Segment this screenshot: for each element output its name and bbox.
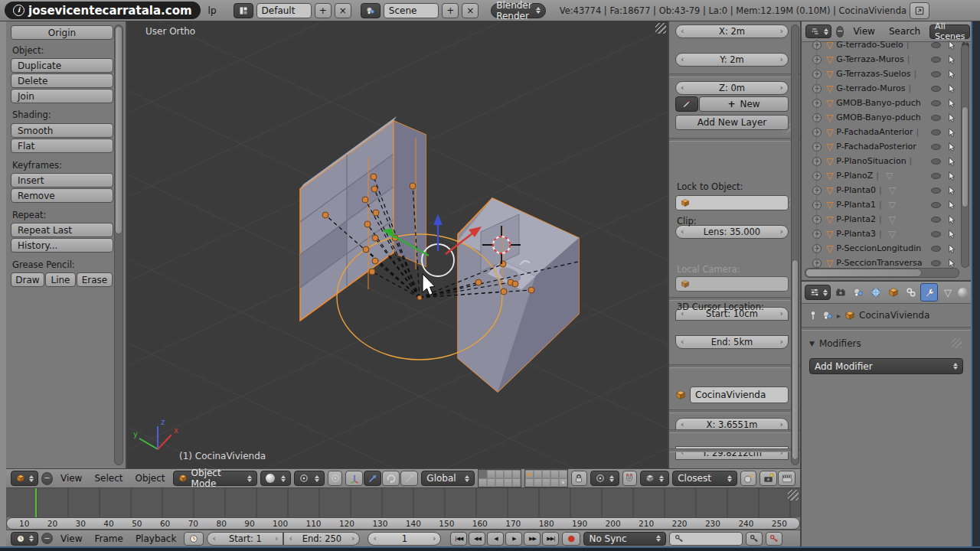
- snap-target-dropdown[interactable]: Closest: [672, 471, 737, 486]
- expand-icon[interactable]: +: [812, 157, 822, 166]
- menu-playback[interactable]: Playback: [131, 533, 181, 544]
- manipulator-translate-toggle[interactable]: [364, 471, 381, 486]
- tool-shelf-scrollbar-thumb[interactable]: [115, 26, 122, 234]
- screen-layout-icon-button[interactable]: [234, 3, 253, 18]
- editor-type-outliner-dropdown[interactable]: [805, 24, 831, 38]
- viewport-3d[interactable]: y z x User Ortho (1) CocinaVivienda: [127, 21, 668, 468]
- object-name[interactable]: P-PlanoZ: [836, 171, 873, 181]
- layer-cell[interactable]: [495, 478, 504, 487]
- flat-button[interactable]: Flat: [11, 139, 113, 153]
- manipulate-center-points-toggle[interactable]: [328, 471, 342, 486]
- expand-icon[interactable]: +: [812, 244, 822, 253]
- selectable-icon[interactable]: [945, 70, 956, 79]
- display-filter-dropdown[interactable]: All Scenes: [929, 24, 970, 39]
- selectable-icon[interactable]: [945, 41, 956, 50]
- selectable-icon[interactable]: [945, 186, 956, 195]
- delete-keyframes-button[interactable]: [766, 532, 782, 546]
- outliner-row[interactable]: +▽P-Planta2|▽: [802, 212, 971, 227]
- visibility-icon[interactable]: [930, 42, 942, 48]
- transform-orientation-dropdown[interactable]: Global: [421, 471, 474, 486]
- outliner-row[interactable]: +▽P-FachadaPosterior: [802, 139, 971, 154]
- window-duplicate-button[interactable]: [910, 2, 929, 19]
- selectable-icon[interactable]: [945, 230, 956, 239]
- outliner-v-scrollbar-thumb[interactable]: [962, 106, 969, 207]
- object-name[interactable]: P-Planta0: [836, 185, 876, 195]
- object-name[interactable]: P-FachadaAnterior: [836, 127, 913, 137]
- selectable-icon[interactable]: [945, 55, 956, 64]
- outliner-row[interactable]: +▽GMOB-Banyo-pduch: [802, 110, 971, 125]
- menu-search[interactable]: Search: [884, 26, 925, 37]
- scene-icon[interactable]: [822, 310, 833, 321]
- outliner-row[interactable]: +▽P-Planta3|▽: [802, 227, 971, 241]
- selectable-icon[interactable]: [945, 84, 956, 93]
- gp-new-button[interactable]: + New: [699, 96, 789, 112]
- outliner-h-scrollbar[interactable]: [805, 268, 959, 278]
- layer-cell[interactable]: [512, 470, 521, 478]
- outliner-row[interactable]: +▽P-FachadaAnterior|: [802, 125, 971, 139]
- gp-draw-button[interactable]: Draw: [11, 272, 44, 287]
- playback-button[interactable]: ▶: [505, 532, 522, 546]
- layer-cell[interactable]: [487, 470, 495, 478]
- menu-select[interactable]: Select: [90, 473, 127, 484]
- manipulator-axis-toggle[interactable]: [345, 471, 363, 486]
- outliner-row[interactable]: +▽P-PlanoZ|▽: [802, 168, 971, 183]
- viewport-shading-dropdown[interactable]: [260, 471, 291, 486]
- object-cube-icon[interactable]: [844, 310, 855, 321]
- outliner-row[interactable]: +▽GMOB-Banyo-pduch: [802, 96, 971, 110]
- remove-keyframe-button[interactable]: Remove: [11, 188, 113, 203]
- duplicate-button[interactable]: Duplicate: [11, 58, 113, 73]
- visibility-icon[interactable]: [930, 231, 942, 237]
- gp-draw-mode-button[interactable]: [675, 96, 698, 112]
- sync-dropdown[interactable]: No Sync: [583, 532, 666, 546]
- record-button[interactable]: ●: [562, 532, 580, 546]
- history-button[interactable]: History...: [11, 238, 113, 253]
- snap-toggle[interactable]: [622, 471, 637, 486]
- manipulator-scale-toggle[interactable]: [400, 471, 418, 486]
- lens-slider[interactable]: Lens: 35.000: [675, 225, 789, 239]
- visibility-icon[interactable]: [930, 86, 942, 92]
- layer-cell[interactable]: [542, 470, 550, 478]
- menu-help-remnant[interactable]: lp: [204, 5, 221, 16]
- add-scene-button[interactable]: +: [442, 3, 459, 18]
- object-name[interactable]: P-FachadaPosterior: [836, 142, 916, 152]
- timeline-canvas[interactable]: [6, 488, 800, 517]
- editor-type-properties-dropdown[interactable]: [805, 285, 831, 300]
- layer-cell[interactable]: [479, 470, 487, 478]
- proportional-edit-dropdown[interactable]: [590, 471, 619, 486]
- outliner-row[interactable]: +▽P-SeccionLongitudin: [802, 241, 971, 256]
- playback-button[interactable]: ◀◀: [469, 532, 485, 546]
- outliner-row[interactable]: +▽P-Planta0|▽: [802, 183, 971, 197]
- expand-icon[interactable]: +: [812, 230, 822, 239]
- playback-button[interactable]: ▶▶: [524, 532, 541, 546]
- expand-icon[interactable]: +: [812, 142, 822, 152]
- layer-cell[interactable]: [479, 478, 487, 487]
- n-panel-scrollbar[interactable]: [791, 24, 799, 465]
- visibility-icon[interactable]: [930, 115, 942, 121]
- expand-icon[interactable]: +: [812, 201, 822, 210]
- screen-layout-field[interactable]: Default: [256, 3, 312, 18]
- expand-icon[interactable]: +: [812, 171, 822, 181]
- editor-type-3dview-dropdown[interactable]: [11, 471, 38, 486]
- frame-end-field[interactable]: End: 250: [283, 532, 360, 546]
- layers-group-2[interactable]: [524, 469, 568, 487]
- tab-constraints[interactable]: [903, 284, 919, 301]
- layer-cell[interactable]: [534, 470, 542, 478]
- outliner-row[interactable]: +▽P-PlanoSituacion|: [802, 154, 971, 168]
- selectable-icon[interactable]: [945, 259, 956, 268]
- repeat-last-button[interactable]: Repeat Last: [11, 223, 113, 237]
- layer-cell[interactable]: [512, 478, 521, 487]
- smooth-button[interactable]: Smooth: [11, 123, 113, 138]
- item-name-field[interactable]: CocinaVivienda: [690, 386, 789, 403]
- menu-object[interactable]: Object: [130, 473, 169, 484]
- clip-end-slider[interactable]: End: 5km: [675, 335, 789, 349]
- breadcrumb-object-name[interactable]: CocinaVivienda: [859, 310, 929, 321]
- selectable-icon[interactable]: [945, 171, 956, 181]
- menu-view[interactable]: View: [56, 533, 87, 544]
- playback-button[interactable]: |◀◀: [450, 532, 467, 546]
- join-button[interactable]: Join: [11, 89, 113, 103]
- layer-cell[interactable]: [542, 478, 550, 487]
- visibility-icon[interactable]: [930, 217, 942, 223]
- visibility-icon[interactable]: [930, 202, 942, 208]
- expand-icon[interactable]: +: [812, 70, 822, 79]
- visibility-icon[interactable]: [930, 158, 942, 165]
